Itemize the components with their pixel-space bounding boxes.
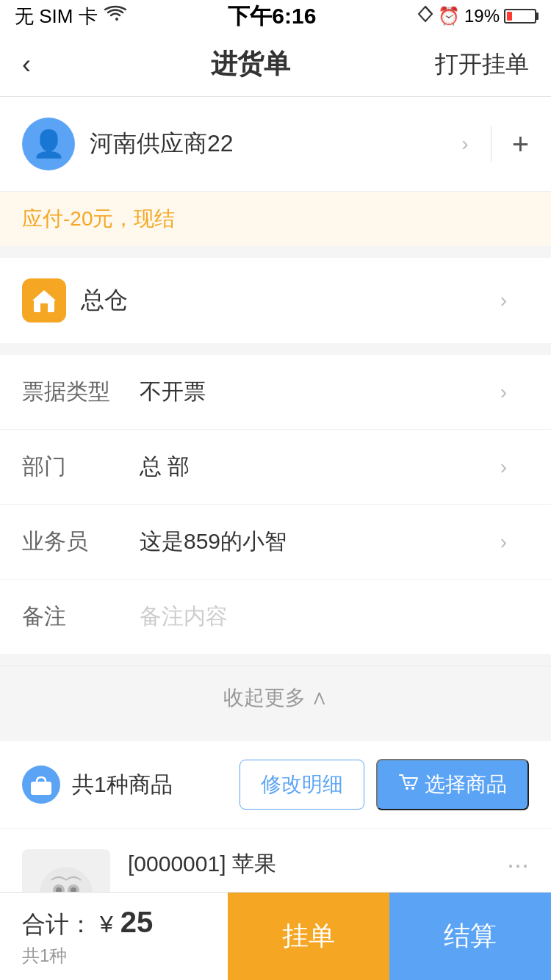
status-carrier: 无 SIM 卡: [15, 4, 127, 29]
warehouse-row[interactable]: 总仓 ›: [0, 258, 551, 343]
invoice-label: 票据类型: [22, 377, 140, 407]
battery-percent: 19%: [464, 6, 500, 26]
hang-order-button[interactable]: 挂单: [228, 893, 389, 980]
supplier-avatar: 👤: [22, 118, 75, 170]
supplier-name: 河南供应商22: [90, 128, 461, 160]
form-section: 票据类型 不开票 › 部门 总 部 › 业务员 这是859的小智 › 备注 备注…: [0, 355, 551, 654]
product-name: [0000001] 苹果: [128, 849, 507, 879]
supplier-card: 👤 河南供应商22 › + 应付-20元，现结: [0, 97, 551, 246]
add-button[interactable]: +: [491, 128, 529, 161]
sales-row[interactable]: 业务员 这是859的小智 ›: [0, 505, 551, 580]
total-symbol: ¥: [100, 911, 113, 938]
shopping-bag-icon: [29, 774, 53, 795]
total-row: 合计： ¥ 25: [22, 906, 206, 941]
product-count-icon: [22, 765, 60, 804]
warehouse-chevron-icon: ›: [500, 289, 507, 312]
status-time: 下午6:16: [228, 1, 316, 32]
warehouse-icon-wrap: [22, 278, 66, 323]
select-product-label: 选择商品: [425, 771, 507, 799]
wifi-icon: [104, 5, 127, 28]
dept-chevron-icon: ›: [500, 455, 507, 479]
status-bar: 无 SIM 卡 下午6:16 ⏰ 19%: [0, 0, 551, 32]
total-label: 合计：: [22, 909, 93, 941]
collapse-bar[interactable]: 收起更多 ∧: [0, 666, 551, 729]
svg-rect-3: [31, 782, 51, 795]
svg-point-5: [411, 787, 414, 790]
location-icon: [417, 5, 433, 27]
svg-rect-2: [40, 303, 48, 312]
sales-chevron-icon: ›: [500, 530, 507, 554]
remark-input[interactable]: 备注内容: [140, 602, 529, 632]
bottom-bar: 合计： ¥ 25 共1种 挂单 结算: [0, 892, 551, 980]
battery-icon: [504, 9, 536, 24]
invoice-row[interactable]: 票据类型 不开票 ›: [0, 355, 551, 430]
warehouse-icon: [31, 287, 57, 314]
select-product-button[interactable]: 选择商品: [376, 759, 529, 810]
carrier-text: 无 SIM 卡: [15, 4, 98, 29]
warehouse-name: 总仓: [81, 284, 500, 317]
total-sub: 共1种: [22, 944, 206, 968]
nav-bar: ‹ 进货单 打开挂单: [0, 32, 551, 97]
product-title: 苹果: [232, 851, 276, 876]
svg-point-4: [406, 787, 408, 790]
product-code: [0000001]: [128, 851, 226, 876]
bottom-total: 合计： ¥ 25 共1种: [0, 893, 228, 980]
invoice-value: 不开票: [140, 377, 500, 407]
sales-label: 业务员: [22, 527, 140, 557]
remark-row[interactable]: 备注 备注内容: [0, 580, 551, 654]
supplier-row[interactable]: 👤 河南供应商22 › +: [0, 97, 551, 192]
cart-icon: [398, 773, 419, 796]
modify-detail-button[interactable]: 修改明细: [240, 760, 364, 810]
warehouse-card: 总仓 ›: [0, 258, 551, 343]
sales-value: 这是859的小智: [140, 527, 500, 557]
product-header: 共1种商品 修改明细 选择商品: [0, 741, 551, 829]
page-title: 进货单: [211, 46, 290, 82]
notice-bar: 应付-20元，现结: [0, 192, 551, 246]
chevron-right-icon: ›: [461, 132, 468, 156]
status-right: ⏰ 19%: [417, 5, 536, 27]
dept-value: 总 部: [140, 452, 500, 482]
alarm-icon: ⏰: [438, 6, 460, 26]
product-count-text: 共1种商品: [72, 770, 240, 800]
avatar-icon: 👤: [32, 129, 65, 159]
checkout-button[interactable]: 结算: [389, 893, 551, 980]
back-button[interactable]: ‹: [22, 49, 66, 80]
dept-row[interactable]: 部门 总 部 ›: [0, 430, 551, 505]
total-amount: 25: [120, 906, 154, 939]
more-options-button[interactable]: ···: [507, 849, 529, 880]
svg-marker-1: [32, 290, 56, 300]
main-content: 👤 河南供应商22 › + 应付-20元，现结 总仓 › 票据类型: [0, 97, 551, 980]
remark-label: 备注: [22, 602, 140, 632]
invoice-chevron-icon: ›: [500, 381, 507, 404]
open-hang-button[interactable]: 打开挂单: [435, 48, 529, 81]
dept-label: 部门: [22, 452, 140, 482]
